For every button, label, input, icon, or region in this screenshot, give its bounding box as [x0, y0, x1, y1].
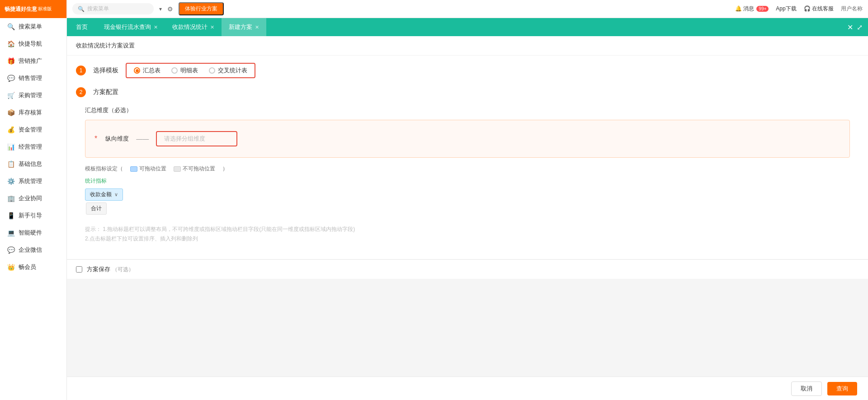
step2-label: 方案配置: [93, 88, 118, 96]
tab-new-plan-close[interactable]: ✕: [255, 24, 259, 30]
section-body: 1 选择模板 汇总表 明细表 交叉统计表: [67, 56, 868, 259]
save-row: 方案保存 （可选）: [67, 259, 868, 279]
sidebar-item-sales[interactable]: 💬 销售管理: [0, 70, 66, 87]
step2-badge: 2: [76, 87, 86, 97]
indicator-config: 模板指标设定（ 可拖动位置 不可拖动位置 ） 统计指标: [85, 165, 850, 215]
topbar: 🔍 搜索菜单 ▾ ⚙ 体验行业方案 🔔 消息 99+ App下载 🎧 在线客服 …: [67, 0, 868, 18]
wechat-icon: 💬: [7, 246, 15, 254]
sidebar-label-basic-info: 基础信息: [19, 160, 42, 168]
dimension-select[interactable]: 请选择分组维度: [156, 131, 237, 146]
required-mark: *: [94, 135, 97, 143]
tip-1: 提示： 1.拖动标题栏可以调整布局，不可跨维度或指标区域拖动栏目字段(只能在同一…: [85, 226, 850, 233]
sidebar-label-smart-hw: 智能硬件: [19, 229, 42, 237]
app-download-link[interactable]: App下载: [776, 5, 796, 13]
tab-home[interactable]: 首页: [67, 18, 97, 36]
legend-no-drag: 不可拖动位置: [174, 165, 215, 173]
main-area: 🔍 搜索菜单 ▾ ⚙ 体验行业方案 🔔 消息 99+ App下载 🎧 在线客服 …: [67, 0, 868, 400]
sidebar-item-newbie[interactable]: 📱 新手引导: [0, 207, 66, 224]
indicator-legend: 模板指标设定（ 可拖动位置 不可拖动位置 ）: [85, 165, 850, 173]
sidebar-label-newbie: 新手引导: [19, 212, 42, 220]
radio-cross[interactable]: 交叉统计表: [209, 66, 247, 75]
topbar-gear-icon[interactable]: ⚙: [167, 5, 173, 13]
no-drag-legend-box: [174, 166, 181, 172]
tab-cashflow-label: 现金银行流水查询: [104, 23, 151, 31]
logo-text: 畅捷通好生意: [5, 5, 37, 13]
sidebar-item-marketing[interactable]: 🎁 营销推广: [0, 52, 66, 70]
sidebar-label-wechat: 企业微信: [19, 246, 42, 254]
page-header: 收款情况统计方案设置: [67, 36, 868, 56]
sub-tag-label: 合计: [91, 205, 102, 212]
sidebar-item-wechat[interactable]: 💬 企业微信: [0, 241, 66, 259]
indicator-tag-label: 收款金额: [90, 191, 112, 198]
tab-cashflow[interactable]: 现金银行流水查询 ✕: [97, 18, 165, 36]
tab-receipts-close[interactable]: ✕: [210, 24, 214, 30]
no-drag-label: 不可拖动位置: [183, 165, 215, 173]
notification-badge: 99+: [756, 6, 769, 12]
sidebar-item-inventory[interactable]: 📦 库存核算: [0, 104, 66, 121]
sidebar-item-system[interactable]: ⚙️ 系统管理: [0, 173, 66, 190]
tab-receipts[interactable]: 收款情况统计 ✕: [165, 18, 222, 36]
sidebar-item-enterprise[interactable]: 🏢 企业协同: [0, 190, 66, 207]
sidebar-label-system: 系统管理: [19, 177, 42, 185]
phone-icon: 📱: [7, 212, 15, 219]
save-checkbox[interactable]: [76, 266, 82, 273]
footer: 取消 查询: [67, 376, 868, 400]
tab-cashflow-close[interactable]: ✕: [154, 24, 158, 30]
page-section: 收款情况统计方案设置 1 选择模板 汇总表 明细表: [67, 36, 868, 279]
dimension-area: * 纵向维度 —— 请选择分组维度: [85, 120, 850, 158]
drag-label: 可拖动位置: [139, 165, 166, 173]
radio-cross-dot: [209, 67, 215, 74]
sidebar-label-enterprise: 企业协同: [19, 194, 42, 202]
legend-prefix: 模板指标设定（: [85, 165, 123, 173]
laptop-icon: 💻: [7, 229, 15, 236]
sidebar-item-operations[interactable]: 📊 经营管理: [0, 138, 66, 155]
trial-button[interactable]: 体验行业方案: [179, 2, 224, 15]
config-section: 汇总维度（必选） * 纵向维度 —— 请选择分组维度 模板指标设定（: [76, 106, 859, 252]
radio-detail-dot: [171, 67, 178, 74]
notification-label: 消息: [743, 5, 754, 12]
sidebar-label-operations: 经营管理: [19, 143, 42, 151]
tabbar: 首页 现金银行流水查询 ✕ 收款情况统计 ✕ 新建方案 ✕ ✕ ⤢: [67, 18, 868, 36]
notification-area[interactable]: 🔔 消息 99+: [735, 5, 769, 13]
sidebar-item-search-menu[interactable]: 🔍 搜索菜单: [0, 18, 66, 35]
radio-summary-dot: [134, 67, 140, 74]
sidebar-item-smart-hw[interactable]: 💻 智能硬件: [0, 224, 66, 241]
tips-area: 提示： 1.拖动标题栏可以调整布局，不可跨维度或指标区域拖动栏目字段(只能在同一…: [85, 226, 850, 243]
radio-detail-label: 明细表: [180, 66, 198, 75]
search-placeholder: 搜索菜单: [87, 5, 109, 13]
sidebar-item-quick-nav[interactable]: 🏠 快捷导航: [0, 35, 66, 52]
sidebar-item-basic-info[interactable]: 📋 基础信息: [0, 155, 66, 173]
tab-expand-icon[interactable]: ⤢: [857, 23, 863, 32]
tip-2: 2.点击标题栏下拉可设置排序、插入列和删除列: [85, 235, 850, 243]
sidebar-label-search-menu: 搜索菜单: [19, 23, 42, 31]
step1-label: 选择模板: [93, 66, 118, 75]
crown-icon: 👑: [7, 264, 15, 271]
dimension-arrow: ——: [136, 135, 149, 142]
sidebar-item-purchase[interactable]: 🛒 采购管理: [0, 87, 66, 104]
cancel-button[interactable]: 取消: [791, 381, 822, 396]
search-icon: 🔍: [7, 23, 15, 30]
tab-new-plan[interactable]: 新建方案 ✕: [222, 18, 266, 36]
tab-new-plan-label: 新建方案: [229, 23, 252, 31]
sidebar-item-member[interactable]: 👑 畅会员: [0, 259, 66, 276]
tab-receipts-label: 收款情况统计: [172, 23, 208, 31]
chart-icon: 📊: [7, 143, 15, 151]
query-button[interactable]: 查询: [827, 382, 857, 395]
template-radio-group: 汇总表 明细表 交叉统计表: [126, 63, 255, 78]
sidebar: 畅捷通好生意 标准版 🔍 搜索菜单 🏠 快捷导航 🎁 营销推广 💬 销售管理 🛒…: [0, 0, 67, 400]
step1-row: 1 选择模板 汇总表 明细表 交叉统计表: [76, 63, 859, 78]
tab-close-all-icon[interactable]: ✕: [847, 23, 853, 32]
indicator-tag-amount[interactable]: 收款金额 ∨: [85, 188, 123, 201]
logo-edition: 标准版: [38, 6, 52, 12]
radio-cross-label: 交叉统计表: [218, 66, 247, 75]
save-label: 方案保存 （可选）: [87, 265, 134, 273]
topbar-search[interactable]: 🔍 搜索菜单: [72, 3, 154, 14]
radio-summary[interactable]: 汇总表: [134, 66, 160, 75]
online-support-link[interactable]: 🎧 在线客服: [804, 5, 834, 13]
sidebar-item-finance[interactable]: 💰 资金管理: [0, 121, 66, 138]
radio-detail[interactable]: 明细表: [171, 66, 198, 75]
indicator-sub-tag-total[interactable]: 合计: [86, 202, 107, 215]
topbar-dropdown-arrow[interactable]: ▾: [159, 6, 162, 12]
sidebar-label-finance: 资金管理: [19, 126, 42, 134]
sidebar-label-marketing: 营销推广: [19, 57, 42, 65]
